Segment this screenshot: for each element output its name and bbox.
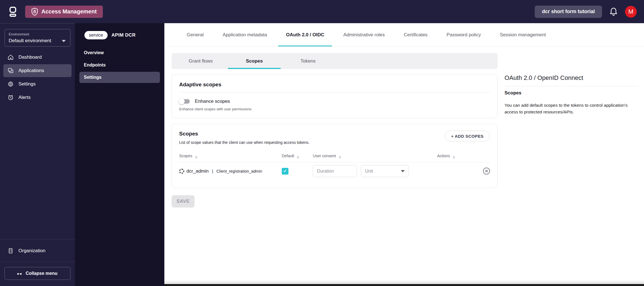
tab-password-policy[interactable]: Password policy xyxy=(437,23,491,46)
tab-general[interactable]: General xyxy=(177,23,213,46)
subtab-tokens[interactable]: Tokens xyxy=(281,53,335,69)
environment-sidebar: Environment Default environment Dashboar… xyxy=(0,23,75,286)
scope-separator: | xyxy=(212,169,213,173)
scope-name: Client_registration_admin xyxy=(216,169,262,173)
shield-lock-icon xyxy=(31,8,38,16)
bottom-shadow xyxy=(112,280,644,284)
duration-input[interactable] xyxy=(313,165,357,177)
home-icon xyxy=(7,54,14,61)
sidebar-item-dashboard[interactable]: Dashboard xyxy=(3,51,72,64)
sort-icon xyxy=(297,156,299,159)
notifications-bell-icon[interactable] xyxy=(609,7,618,16)
tab-certificates[interactable]: Certificates xyxy=(394,23,437,46)
column-header-default[interactable]: Default xyxy=(282,150,313,162)
enhance-scopes-toggle[interactable] xyxy=(179,99,190,104)
sort-icon xyxy=(453,156,455,159)
column-header-actions[interactable]: Actions xyxy=(437,150,490,162)
application-header: service APIM DCR xyxy=(75,23,164,46)
collapse-menu-label: Collapse menu xyxy=(26,271,58,276)
save-button[interactable]: SAVE xyxy=(172,195,195,208)
enhance-scopes-helper: Enhance client scopes with user permissi… xyxy=(179,107,490,111)
unit-select-value: Unit xyxy=(365,169,373,174)
topbar-right: dcr short form tutorial M xyxy=(535,6,637,18)
oauth-content: Grant flows Scopes Tokens Adaptive scope… xyxy=(172,53,498,208)
app-name: APIM DCR xyxy=(112,32,136,38)
scopes-title: Scopes xyxy=(179,131,445,137)
enhance-scopes-label: Enhance scopes xyxy=(195,99,230,104)
app-sidebar-item-overview[interactable]: Overview xyxy=(79,47,160,58)
access-management-app: Access Management dcr short form tutoria… xyxy=(0,0,644,286)
sort-icon xyxy=(195,156,197,159)
table-row-dcr-admin: dcr_admin | Client_registration_admin ✓ xyxy=(179,162,490,181)
column-header-user-consent[interactable]: User consent xyxy=(313,150,437,162)
sort-icon xyxy=(339,156,341,159)
subtab-scopes[interactable]: Scopes xyxy=(228,53,281,69)
gear-icon xyxy=(7,81,14,87)
scopes-card: Scopes List of scope values that the cli… xyxy=(172,124,498,188)
sidebar-item-alerts[interactable]: Alerts xyxy=(3,91,72,104)
sidebar-item-label: Dashboard xyxy=(18,54,42,60)
sidebar-item-label: Applications xyxy=(18,68,44,73)
sidebar-item-organization[interactable]: Organization xyxy=(3,244,72,257)
environment-select[interactable]: Environment Default environment xyxy=(4,29,70,47)
applications-icon xyxy=(7,67,14,74)
context-button[interactable]: dcr short form tutorial xyxy=(535,6,602,18)
unit-select[interactable]: Unit xyxy=(361,165,409,177)
help-divider xyxy=(505,86,638,86)
organization-building-icon xyxy=(7,247,14,254)
help-panel: OAuth 2.0 / OpenID Connect Scopes You ca… xyxy=(505,74,638,115)
access-management-badge[interactable]: Access Management xyxy=(25,6,103,18)
tab-oauth-oidc[interactable]: OAuth 2.0 / OIDC xyxy=(276,23,334,46)
scope-icon xyxy=(179,169,184,174)
sidebar-item-label: Alerts xyxy=(18,95,30,100)
application-sidebar: service APIM DCR Overview Endpoints Sett… xyxy=(75,23,164,286)
chevron-down-icon xyxy=(62,40,66,42)
alarm-clock-icon xyxy=(7,94,14,101)
add-scopes-button[interactable]: + ADD SCOPES xyxy=(445,131,490,141)
tab-administrative-roles[interactable]: Administrative roles xyxy=(334,23,394,46)
sidebar-item-settings[interactable]: Settings xyxy=(3,78,72,90)
card-divider xyxy=(179,92,490,92)
tab-application-metadata[interactable]: Application metadata xyxy=(213,23,276,46)
tab-session-management[interactable]: Session management xyxy=(490,23,555,46)
remove-scope-icon[interactable]: ✕ xyxy=(483,168,490,175)
chevron-down-icon xyxy=(401,170,405,172)
collapse-menu-button[interactable]: ▸◂ Collapse menu xyxy=(4,267,70,280)
help-panel-subtitle: Scopes xyxy=(505,90,638,96)
settings-tabs: General Application metadata OAuth 2.0 /… xyxy=(164,23,644,47)
sidebar-item-label: Organization xyxy=(18,248,45,254)
scopes-table: Scopes Default User consent xyxy=(179,150,490,181)
app-type-chip: service xyxy=(84,31,108,39)
sidebar-item-applications[interactable]: Applications xyxy=(3,64,72,77)
bottom-bar xyxy=(112,284,644,286)
scope-key: dcr_admin xyxy=(186,168,209,174)
user-avatar[interactable]: M xyxy=(625,6,637,18)
environment-select-value: Default environment xyxy=(9,38,66,44)
help-panel-body: You can add default scopes to the tokens… xyxy=(505,102,638,115)
adaptive-scopes-card: Adaptive scopes Enhance scopes Enhance c… xyxy=(172,75,498,118)
sidebar-divider xyxy=(0,239,75,239)
default-scope-checkbox[interactable]: ✓ xyxy=(282,168,288,175)
scopes-description: List of scope values that the client can… xyxy=(179,140,445,145)
topbar: Access Management dcr short form tutoria… xyxy=(0,0,644,23)
column-header-scopes[interactable]: Scopes xyxy=(179,150,282,162)
app-sidebar-item-endpoints[interactable]: Endpoints xyxy=(79,59,160,71)
app-sidebar-item-settings[interactable]: Settings xyxy=(79,72,160,83)
product-badge-label: Access Management xyxy=(41,8,97,15)
collapse-icon: ▸◂ xyxy=(18,271,22,276)
gravitee-logo-icon[interactable] xyxy=(7,5,18,18)
oauth-subtabs: Grant flows Scopes Tokens xyxy=(172,53,498,69)
subtab-grant-flows[interactable]: Grant flows xyxy=(174,53,228,69)
sidebar-item-label: Settings xyxy=(18,81,35,87)
help-panel-title: OAuth 2.0 / OpenID Connect xyxy=(505,74,638,82)
environment-select-label: Environment xyxy=(9,32,66,36)
main-content: General Application metadata OAuth 2.0 /… xyxy=(164,23,644,286)
adaptive-scopes-title: Adaptive scopes xyxy=(179,82,490,88)
